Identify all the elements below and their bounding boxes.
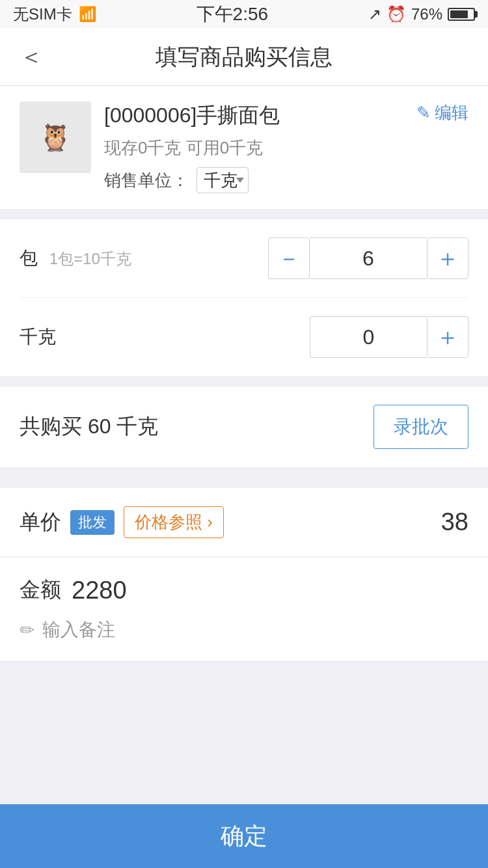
remark-label: 输入备注 <box>42 617 115 642</box>
product-thumbnail: 🦉 <box>20 102 91 173</box>
amount-section: 金额 2280 ✏ 输入备注 <box>0 558 488 660</box>
battery-label: 76% <box>411 5 442 23</box>
unit-label: 销售单位： <box>104 169 189 192</box>
remark-edit-icon: ✏ <box>20 619 34 641</box>
amount-row: 金额 2280 <box>20 576 468 604</box>
qty-input-bao[interactable] <box>310 237 427 279</box>
product-thumb-icon: 🦉 <box>39 122 72 153</box>
price-section: 单价 批发 价格参照 › 38 <box>0 488 488 556</box>
quantity-section: 包 1包=10千克 － ＋ 千克 ＋ <box>0 219 488 376</box>
edit-icon: ✎ <box>416 103 431 123</box>
price-label: 单价 <box>20 508 61 537</box>
location-icon: ↗ <box>368 5 381 23</box>
wifi-icon: 📶 <box>79 6 96 23</box>
page-title: 填写商品购买信息 <box>156 42 332 72</box>
product-unit-row: 销售单位： 千克 包 <box>104 167 468 193</box>
section-divider <box>0 467 488 478</box>
status-bar: 无SIM卡 📶 下午2:56 ↗ ⏰ 76% <box>0 0 488 29</box>
confirm-button[interactable]: 确定 <box>0 804 488 868</box>
amount-label: 金额 <box>20 576 61 604</box>
price-left: 单价 批发 价格参照 › <box>20 506 224 538</box>
carrier-label: 无SIM卡 <box>13 4 72 25</box>
record-batch-button[interactable]: 录批次 <box>373 405 468 449</box>
back-button[interactable]: ＜ <box>13 34 49 79</box>
increment-bao-button[interactable]: ＋ <box>427 237 468 279</box>
product-info: [0000006]手撕面包 现存0千克 可用0千克 销售单位： 千克 包 <box>104 102 468 193</box>
summary-section: 共购买 60 千克 录批次 <box>0 387 488 467</box>
amount-value: 2280 <box>72 576 127 604</box>
qty-unit-bao: 包 <box>20 248 38 268</box>
qty-input-kg[interactable] <box>310 316 427 358</box>
edit-label: 编辑 <box>435 102 468 124</box>
qty-label-kg: 千克 <box>20 325 56 349</box>
remark-row[interactable]: ✏ 输入备注 <box>20 617 468 642</box>
increment-kg-button[interactable]: ＋ <box>427 316 468 358</box>
decrement-bao-button[interactable]: － <box>268 237 310 279</box>
battery-fill <box>450 10 468 18</box>
qty-row-kg: 千克 ＋ <box>20 298 468 376</box>
alarm-icon: ⏰ <box>386 5 406 23</box>
status-right: ↗ ⏰ 76% <box>368 5 475 23</box>
nav-bar: ＜ 填写商品购买信息 <box>0 29 488 86</box>
battery-icon <box>448 8 475 21</box>
status-left: 无SIM卡 📶 <box>13 4 96 25</box>
edit-button[interactable]: ✎ 编辑 <box>416 102 468 124</box>
qty-label-bao: 包 1包=10千克 <box>20 246 131 271</box>
product-name: [0000006]手撕面包 <box>104 102 468 130</box>
product-card: 🦉 [0000006]手撕面包 现存0千克 可用0千克 销售单位： 千克 包 ✎… <box>0 86 488 209</box>
qty-sublabel-bao: 1包=10千克 <box>49 250 131 267</box>
qty-row-bao: 包 1包=10千克 － ＋ <box>20 219 468 298</box>
bottom-space <box>0 660 488 791</box>
summary-text: 共购买 60 千克 <box>20 413 158 441</box>
qty-control-bao: － ＋ <box>268 237 468 279</box>
product-stock: 现存0千克 可用0千克 <box>104 137 468 159</box>
unit-select[interactable]: 千克 包 <box>197 167 249 193</box>
qty-unit-kg: 千克 <box>20 327 56 347</box>
price-tag: 批发 <box>70 510 115 535</box>
qty-control-kg: ＋ <box>310 316 468 358</box>
price-value: 38 <box>441 508 468 536</box>
status-time: 下午2:56 <box>197 2 269 27</box>
price-reference-button[interactable]: 价格参照 › <box>124 506 224 538</box>
